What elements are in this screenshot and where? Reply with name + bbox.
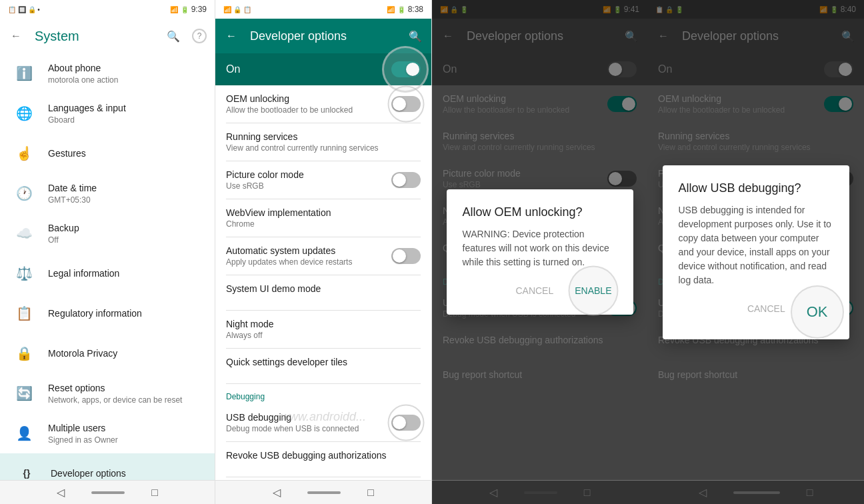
gestures-icon: ☝️ xyxy=(11,140,37,167)
sidebar-item-gestures[interactable]: ☝️ Gestures xyxy=(0,133,215,173)
picture-title: Picture color mode xyxy=(226,169,304,180)
dev-item-revokeusb[interactable]: Revoke USB debugging authorizations xyxy=(215,442,431,477)
notif-icons-mid: 📶 🔒 📋 xyxy=(223,6,251,13)
revokeusb-title: Revoke USB debugging authorizations xyxy=(226,450,421,461)
developer-title: Developer options xyxy=(51,467,204,479)
oem-enable-button[interactable]: Enable xyxy=(569,283,617,299)
oem-toggle[interactable] xyxy=(391,96,421,112)
oem-enable-wrapper: Enable xyxy=(569,283,617,299)
picture-subtitle: Use sRGB xyxy=(226,181,304,191)
regulatory-icon: 📋 xyxy=(11,300,37,327)
oem-toggle-thumb xyxy=(393,97,406,111)
dev-item-webview[interactable]: WebView implementation Chrome xyxy=(215,199,431,237)
dev-item-night[interactable]: Night mode Always off xyxy=(215,311,431,348)
system-list: ℹ️ About phone motorola one action 🌐 Lan… xyxy=(0,53,215,480)
sidebar-item-backup[interactable]: ☁️ Backup Off xyxy=(0,213,215,253)
users-title: Multiple users xyxy=(48,422,204,434)
dev-item-uidemo[interactable]: System UI demo mode xyxy=(215,275,431,310)
gestures-title: Gestures xyxy=(48,147,204,159)
status-bar-mid: 📶 🔒 📋 📶 🔋 8:38 xyxy=(215,0,431,19)
search-icon-developer[interactable]: 🔍 xyxy=(407,28,423,44)
sidebar-item-reset[interactable]: 🔄 Reset options Network, apps, or device… xyxy=(0,373,215,413)
usbdebug-toggle[interactable] xyxy=(391,415,421,431)
panel-oem-dialog: 📶 🔒 🔋 📶 🔋 9:41 ← Developer options 🔍 On xyxy=(432,0,647,504)
dev-item-usbdebug[interactable]: USB debugging Debug mode when USB is con… xyxy=(215,404,431,441)
oem-dialog-overlay: Allow OEM unlocking? WARNING: Device pro… xyxy=(432,0,647,504)
backup-icon: ☁️ xyxy=(11,220,37,247)
usb-cancel-button[interactable]: Cancel xyxy=(742,301,791,323)
time-mid: 8:38 xyxy=(408,5,423,14)
developer-list: OEM unlocking Allow the bootloader to be… xyxy=(215,85,431,480)
quicktiles-title: Quick settings developer tiles xyxy=(226,357,421,367)
app-bar-system: ← System 🔍 ? xyxy=(0,19,215,53)
languages-icon: 🌐 xyxy=(11,100,37,127)
usbdebug-subtitle: Debug mode when USB is connected xyxy=(226,424,359,433)
developer-options-title: Developer options xyxy=(250,29,397,43)
panel-system: 📋 🔲 🔒 • 📶 🔋 9:39 ← System 🔍 ? ℹ️ About p… xyxy=(0,0,215,504)
on-label: On xyxy=(226,63,240,75)
panel-developer-main: 📶 🔒 📋 📶 🔋 8:38 ← Developer options 🔍 On … xyxy=(215,0,432,504)
about-icon: ℹ️ xyxy=(11,60,37,87)
on-bar: On xyxy=(215,53,431,85)
usb-dialog-actions: Cancel OK xyxy=(679,301,833,323)
running-subtitle: View and control currently running servi… xyxy=(226,143,421,153)
panel-usb-dialog: 📋 🔒 🔋 📶 🔋 8:40 ← Developer options 🔍 On xyxy=(647,0,864,504)
back-icon-developer[interactable]: ← xyxy=(223,28,239,44)
reset-title: Reset options xyxy=(48,382,204,394)
nav-recents-left[interactable]: □ xyxy=(151,487,158,499)
sidebar-item-motorola[interactable]: 🔒 Motorola Privacy xyxy=(0,333,215,373)
sidebar-item-developer[interactable]: {} Developer options xyxy=(0,453,215,480)
status-bar-left: 📋 🔲 🔒 • 📶 🔋 9:39 xyxy=(0,0,215,19)
webview-subtitle: Chrome xyxy=(226,219,421,229)
oem-dialog: Allow OEM unlocking? WARNING: Device pro… xyxy=(447,189,633,315)
languages-title: Languages & input xyxy=(48,102,204,114)
dev-item-autoupdate[interactable]: Automatic system updates Apply updates w… xyxy=(215,237,431,275)
nav-home-left[interactable] xyxy=(91,491,125,494)
sidebar-item-languages[interactable]: 🌐 Languages & input Gboard xyxy=(0,93,215,133)
oem-cancel-button[interactable]: Cancel xyxy=(510,283,559,299)
usbdebug-title: USB debugging xyxy=(226,412,359,423)
search-icon-system[interactable]: 🔍 xyxy=(165,28,181,44)
nav-bar-left: ◁ □ xyxy=(0,480,215,504)
debugging-section: Debugging xyxy=(215,384,431,404)
autoupdate-subtitle: Apply updates when device restarts xyxy=(226,257,352,267)
back-icon-system[interactable]: ← xyxy=(8,28,24,44)
nav-home-mid[interactable] xyxy=(307,491,341,494)
dev-item-picture[interactable]: Picture color mode Use sRGB xyxy=(215,161,431,199)
reset-subtitle: Network, apps, or device can be reset xyxy=(48,395,204,405)
notification-icons: 📋 🔲 🔒 • xyxy=(8,6,40,13)
dev-item-quicktiles[interactable]: Quick settings developer tiles xyxy=(215,349,431,383)
usb-dialog-title: Allow USB debugging? xyxy=(679,181,833,195)
system-icons-left: 📶 🔋 9:39 xyxy=(170,5,207,14)
usb-ok-button[interactable]: OK xyxy=(801,301,833,323)
system-title: System xyxy=(35,29,155,44)
battery-icon-mid: 🔋 xyxy=(397,6,405,13)
dev-item-running[interactable]: Running services View and control curren… xyxy=(215,123,431,161)
nav-recents-mid[interactable]: □ xyxy=(367,487,374,499)
sidebar-item-datetime[interactable]: 🕐 Date & time GMT+05:30 xyxy=(0,173,215,213)
oem-dialog-actions: Cancel Enable xyxy=(463,283,617,299)
night-title: Night mode xyxy=(226,319,421,329)
sidebar-item-legal[interactable]: ⚖️ Legal information xyxy=(0,253,215,293)
sidebar-item-users[interactable]: 👤 Multiple users Signed in as Owner xyxy=(0,413,215,453)
legal-title: Legal information xyxy=(48,267,204,279)
motorola-icon: 🔒 xyxy=(11,340,37,367)
sidebar-item-about[interactable]: ℹ️ About phone motorola one action xyxy=(0,53,215,93)
usb-dialog-overlay: Allow USB debugging? USB debugging is in… xyxy=(647,0,864,504)
sidebar-item-regulatory[interactable]: 📋 Regulatory information xyxy=(0,293,215,333)
oem-subtitle: Allow the bootloader to be unlocked xyxy=(226,105,353,115)
nav-back-left[interactable]: ◁ xyxy=(57,486,65,499)
toggle-circle-highlight xyxy=(382,46,429,93)
right-panels: 📶 🔒 🔋 📶 🔋 9:41 ← Developer options 🔍 On xyxy=(432,0,864,504)
picture-toggle[interactable] xyxy=(391,172,421,188)
help-icon-system[interactable]: ? xyxy=(192,29,207,43)
night-subtitle: Always off xyxy=(226,331,421,340)
datetime-icon: 🕐 xyxy=(11,180,37,207)
regulatory-title: Regulatory information xyxy=(48,307,204,319)
autoupdate-toggle[interactable] xyxy=(391,248,421,264)
languages-subtitle: Gboard xyxy=(48,115,204,125)
datetime-title: Date & time xyxy=(48,182,204,194)
autoupdate-thumb xyxy=(393,249,406,263)
status-icons-left: 📋 🔲 🔒 • xyxy=(8,6,40,13)
nav-back-mid[interactable]: ◁ xyxy=(273,486,281,499)
